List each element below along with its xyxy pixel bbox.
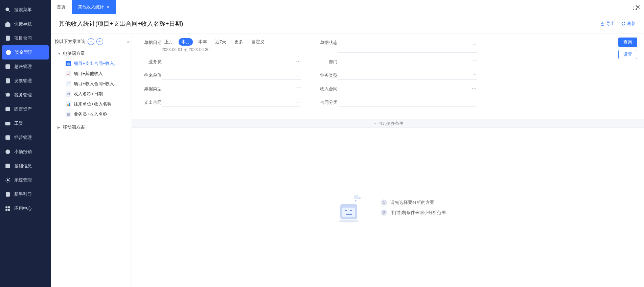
filter-result-area: 单据日期 上月 本月 本年 近7天 更多 自定义 2023-06-01 至 20…	[132, 33, 644, 287]
scheme-item-4[interactable]: 🏷 收入名称+日期	[56, 89, 130, 99]
scheme-item-label: 项目+收入合同+收入...	[74, 81, 118, 87]
tree-group-desktop[interactable]: ▼ 电脑端方案	[56, 48, 130, 58]
add-scheme-button[interactable]: ＋	[88, 38, 94, 45]
tab-home[interactable]: 首页	[51, 0, 72, 14]
svg-rect-22	[8, 207, 10, 208]
settings-button[interactable]: 设置	[618, 50, 637, 59]
empty-step-text: 请先选择要分析的方案	[390, 199, 434, 206]
filter-panel: 单据日期 上月 本月 本年 近7天 更多 自定义 2023-06-01 至 20…	[132, 33, 644, 119]
filter-label: 单据日期	[139, 38, 162, 53]
filter-sales[interactable]: 业务员 ⋯	[139, 57, 301, 66]
scheme-item-1[interactable]: ◎ 项目+支出合同+收入...	[56, 58, 130, 69]
asset-icon	[5, 106, 11, 112]
gear-icon	[5, 177, 11, 183]
scheme-item-label: 项目+支出合同+收入...	[74, 61, 118, 67]
more-icon: ⋯	[472, 86, 477, 91]
collapse-scheme-icon[interactable]: «	[127, 39, 130, 44]
tab-other-income[interactable]: 其他收入统计 ✕	[72, 0, 116, 14]
scheme-item-2[interactable]: 📈 项目+其他收入	[56, 69, 130, 79]
sidebar-item-project-contract[interactable]: 项目合同	[0, 31, 51, 45]
sidebar-item-reimburse[interactable]: C 小畅报销	[0, 145, 51, 159]
sidebar-item-app-center[interactable]: 应用中心	[0, 201, 51, 216]
svg-rect-23	[6, 209, 7, 211]
sidebar-item-label: 工资	[14, 120, 23, 126]
sidebar-item-label: 项目合同	[14, 35, 32, 41]
scheme-item-6[interactable]: ▦ 业务员+收入名称	[56, 109, 130, 119]
scheme-settings-button[interactable]	[96, 38, 103, 45]
tab-strip: 首页 其他收入统计 ✕	[51, 0, 644, 14]
sidebar-item-label: 资金管理	[15, 49, 32, 55]
export-label: 导出	[606, 21, 615, 27]
filter-income-contract[interactable]: 收入合同 ⋯	[315, 85, 477, 93]
filter-label: 业务类型	[315, 71, 338, 80]
sidebar-item-sys-mgmt[interactable]: 系统管理	[0, 173, 51, 187]
date-quick-custom[interactable]: 自定义	[249, 38, 267, 46]
filter-bill-status[interactable]: 单据状态 ﹀	[315, 38, 477, 53]
collapse-filters-bar[interactable]: 收起更多条件	[132, 119, 644, 128]
sidebar-item-label: 经营管理	[14, 135, 32, 141]
filter-contract-category[interactable]: 合同分类	[315, 98, 477, 107]
refresh-button[interactable]: 刷新	[621, 21, 636, 27]
page-header: 其他收入统计(项目+支出合同+收入名称+日期) 导出 刷新	[51, 14, 644, 33]
tree-group-label: 移动端方案	[63, 124, 85, 130]
scheme-item-5[interactable]: 📊 往来单位+收入名称	[56, 99, 130, 109]
sidebar-item-quicknav[interactable]: 快捷导航	[0, 17, 51, 31]
filter-label: 往来单位	[139, 71, 162, 80]
date-quick-lastmonth[interactable]: 上月	[162, 38, 176, 46]
sidebar-item-invoice[interactable]: 发票管理	[0, 74, 51, 88]
apps-icon	[5, 206, 11, 212]
fullscreen-button[interactable]	[631, 4, 639, 11]
sidebar-item-base-info[interactable]: 基础信息	[0, 159, 51, 173]
step-number: 2	[381, 210, 387, 216]
svg-point-36	[339, 220, 359, 222]
filter-ticket-type[interactable]: 票据类型 ﹀	[139, 85, 301, 93]
tax-icon	[5, 92, 11, 98]
svg-point-12	[7, 123, 8, 124]
tree-group-mobile[interactable]: ▶ 移动端方案	[56, 122, 130, 132]
sidebar-item-ledger[interactable]: 总账管理	[0, 59, 51, 74]
export-button[interactable]: 导出	[600, 21, 615, 27]
query-button[interactable]: 查询	[618, 38, 637, 47]
empty-state: 1请先选择要分析的方案 2用[过滤]条件来缩小分析范围	[132, 128, 644, 287]
sidebar-item-label: 税务管理	[14, 92, 32, 98]
chevron-right-icon: ▶	[58, 125, 61, 129]
chart-icon: 📈	[66, 71, 71, 76]
filter-biz-type[interactable]: 业务类型 ﹀	[315, 71, 477, 80]
sidebar-item-guide[interactable]: 新手引导	[0, 187, 51, 201]
home-icon	[5, 21, 11, 27]
filter-label: 票据类型	[139, 85, 162, 93]
date-quick-thismonth[interactable]: 本月	[179, 38, 193, 46]
svg-rect-35	[354, 195, 359, 199]
date-quick-7days[interactable]: 近7天	[212, 38, 229, 46]
bar-icon: 📊	[66, 101, 71, 107]
close-icon[interactable]: ✕	[106, 5, 110, 9]
sidebar-item-tax[interactable]: 税务管理	[0, 88, 51, 102]
filter-expense-contract[interactable]: 支出合同 ⋯	[139, 98, 301, 107]
sidebar-item-biz-mgmt[interactable]: 经营管理	[0, 130, 51, 145]
svg-rect-32	[346, 214, 352, 215]
scheme-item-3[interactable]: 📄 项目+收入合同+收入...	[56, 79, 130, 89]
sidebar-item-label: 小畅报销	[14, 149, 32, 155]
tag-icon: 🏷	[66, 91, 71, 97]
main-area: 首页 其他收入统计 ✕ 其他收入统计(项目+支出合同+收入名称+日期)	[51, 0, 644, 287]
target-icon: ◎	[66, 61, 71, 66]
more-icon: ⋯	[296, 72, 301, 78]
biz-icon	[5, 135, 11, 141]
step-number: 1	[381, 199, 387, 206]
filter-dept[interactable]: 部门 ﹀	[315, 57, 477, 66]
date-quick-more[interactable]: 更多	[232, 38, 246, 46]
info-icon	[5, 163, 11, 169]
sidebar-item-fund-management[interactable]: 资金管理	[2, 45, 49, 59]
sidebar-item-search[interactable]: 搜索菜单	[0, 3, 51, 17]
date-quick-thisyear[interactable]: 本年	[196, 38, 210, 46]
guide-icon	[5, 191, 11, 197]
filter-partner[interactable]: 往来单位 ⋯	[139, 71, 301, 80]
filter-label: 业务员	[139, 57, 162, 66]
refresh-label: 刷新	[627, 21, 636, 27]
scheme-item-label: 收入名称+日期	[74, 91, 103, 97]
tab-label: 其他收入统计	[78, 4, 104, 10]
sidebar-item-salary[interactable]: 工资	[0, 116, 51, 130]
content: 按以下方案查询 ＋ « ▼ 电脑端方案 ◎ 项目+支出合同+收入...	[51, 33, 644, 287]
svg-line-1	[8, 10, 10, 12]
sidebar-item-fixed-asset[interactable]: 固定资产	[0, 102, 51, 116]
